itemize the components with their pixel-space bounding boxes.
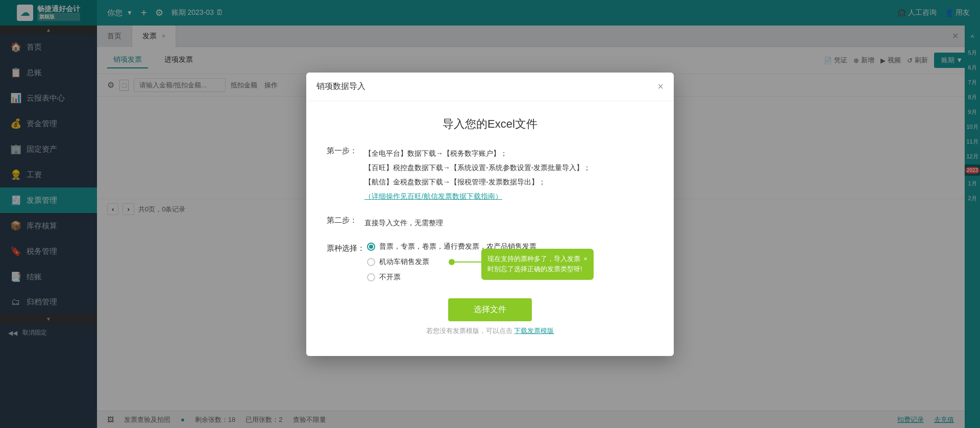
modal-close-button[interactable]: × xyxy=(657,81,664,92)
download-template-link[interactable]: 下载发票模版 xyxy=(514,327,554,335)
step1-label: 第一步： xyxy=(327,146,362,156)
modal-header: 销项数据导入 × xyxy=(306,73,674,101)
tooltip-close-btn[interactable]: × xyxy=(583,254,587,265)
tooltip-dot xyxy=(449,259,455,265)
radio-label-opt2: 机动车销售发票 xyxy=(379,257,429,267)
modal-overlay: 销项数据导入 × 导入您的Excel文件 第一步： 【全电平台】数据下载→【税务… xyxy=(0,0,980,428)
radio-btn-opt1[interactable] xyxy=(367,243,375,251)
modal-footer: 若您没有发票模版，可以点击 下载发票模版 xyxy=(327,326,653,346)
tooltip-bubble: × 现在支持的票种多了，导入发票时别忘了选择正确的发票类型呀! xyxy=(481,249,594,280)
radio-row-2: 机动车销售发票 × 现在支持的票种多了，导入发票时别忘了选择正确的发票类型呀! xyxy=(367,257,536,267)
step2-content: 直接导入文件，无需整理 xyxy=(364,216,443,230)
radio-label-opt3: 不开票 xyxy=(379,273,401,282)
select-file-button[interactable]: 选择文件 xyxy=(448,298,532,321)
step2-label: 第二步： xyxy=(327,216,362,225)
ticket-select-label: 票种选择： xyxy=(327,244,365,253)
step1-guide-link[interactable]: （详细操作见百旺/航信发票数据下载指南） xyxy=(364,192,502,200)
modal-body: 导入您的Excel文件 第一步： 【全电平台】数据下载→【税务数字账户】； 【百… xyxy=(306,101,674,356)
radio-btn-opt2[interactable] xyxy=(367,258,375,266)
step2-section: 第二步： 直接导入文件，无需整理 xyxy=(327,216,653,230)
step1-section: 第一步： 【全电平台】数据下载→【税务数字账户】； 【百旺】税控盘数据下载→【系… xyxy=(327,146,653,203)
step1-content: 【全电平台】数据下载→【税务数字账户】； 【百旺】税控盘数据下载→【系统设置-系… xyxy=(364,146,591,203)
ticket-options: 普票，专票，卷票，通行费发票，农产品销售发票 机动车销售发票 × 现在 xyxy=(367,242,536,288)
tooltip-text: 现在支持的票种多了，导入发票时别忘了选择正确的发票类型呀! xyxy=(487,255,582,273)
modal-title: 销项数据导入 xyxy=(316,81,365,92)
radio-btn-opt3[interactable] xyxy=(367,273,375,281)
modal-import-title: 导入您的Excel文件 xyxy=(327,116,653,132)
ticket-section: 票种选择： 普票，专票，卷票，通行费发票，农产品销售发票 机动车销售发票 xyxy=(327,242,653,288)
modal-import: 销项数据导入 × 导入您的Excel文件 第一步： 【全电平台】数据下载→【税务… xyxy=(306,73,674,356)
